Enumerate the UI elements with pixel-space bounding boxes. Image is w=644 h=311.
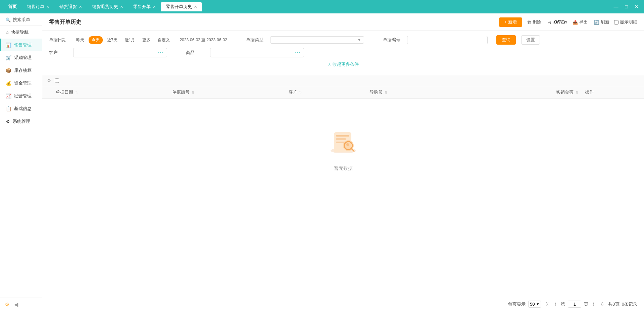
window-controls: — □ ✕ xyxy=(612,3,641,10)
page-number-input[interactable] xyxy=(568,301,581,308)
date-btn-more[interactable]: 更多 xyxy=(139,36,153,44)
filter-row-1: 单据日期 昨天 今天 近7天 近1月 更多 自定义 2023-06-02 至 2… xyxy=(49,35,637,45)
th-action: 操作 xyxy=(582,86,644,99)
pagination: 每页显示 50 ▼ ⟨⟨ ⟨ 第 页 ⟩ ⟩⟩ 共0页, 0条记录 xyxy=(42,297,644,311)
th-amount[interactable]: 实销金额 ⇅ xyxy=(465,86,582,99)
th-action-label: 操作 xyxy=(585,90,594,95)
settings-bottom-icon[interactable]: ⚙ xyxy=(5,301,9,308)
date-range-display: 2023-06-02 至 2023-06-02 xyxy=(180,37,227,43)
search-icon: 🔍 xyxy=(5,17,11,22)
svg-rect-3 xyxy=(336,138,346,140)
last-page-btn[interactable]: ⟩⟩ xyxy=(599,301,605,307)
tab-sales-order[interactable]: 销售订单 ✕ xyxy=(22,2,54,11)
refresh-button[interactable]: 🔄 刷新 xyxy=(593,18,611,26)
th-amount-sort-icon: ⇅ xyxy=(576,91,578,94)
sys-mgmt-icon: ⚙ xyxy=(6,119,10,124)
select-all-checkbox[interactable] xyxy=(55,79,59,83)
collapse-label: 收起更多条件 xyxy=(333,61,359,67)
page-title: 零售开单历史 xyxy=(49,19,81,26)
settings-button[interactable]: 设置 xyxy=(521,35,540,45)
delete-button[interactable]: 🗑 删除 xyxy=(526,18,543,26)
th-no[interactable]: 单据编号 ⇅ xyxy=(169,86,285,99)
sidebar-item-sys-mgmt[interactable]: ⚙ 系统管理 xyxy=(0,115,42,128)
sidebar-item-inventory[interactable]: 📦 库存核算 xyxy=(0,64,42,77)
customer-field[interactable] xyxy=(76,50,156,55)
date-btn-yesterday[interactable]: 昨天 xyxy=(73,36,87,44)
date-btn-1month[interactable]: 近1月 xyxy=(122,36,138,44)
page-label: 第 xyxy=(561,301,565,307)
sidebar-bottom: ⚙ ◀ xyxy=(0,298,42,311)
th-checkbox xyxy=(42,86,52,99)
table-toolbar: ⚙ xyxy=(42,75,644,86)
next-page-btn[interactable]: ⟩ xyxy=(591,301,596,307)
sidebar-item-base-info-label: 基础信息 xyxy=(14,106,32,112)
collapse-sidebar-icon[interactable]: ◀ xyxy=(14,301,18,308)
tab-sales-return-close[interactable]: ✕ xyxy=(79,5,82,9)
tab-retail-open-close[interactable]: ✕ xyxy=(153,5,156,9)
doc-no-field[interactable] xyxy=(410,38,485,43)
table-settings-icon[interactable]: ⚙ xyxy=(47,78,51,83)
sidebar-search[interactable]: 🔍 搜索采单 xyxy=(0,13,42,26)
tab-sales-order-close[interactable]: ✕ xyxy=(46,5,49,9)
date-btn-7days[interactable]: 近7天 xyxy=(104,36,120,44)
goods-input[interactable]: ··· xyxy=(210,48,304,57)
tab-sales-return-history-close[interactable]: ✕ xyxy=(120,5,123,9)
th-customer[interactable]: 客户 ⇅ xyxy=(285,86,366,99)
tab-sales-order-label: 销售订单 xyxy=(27,4,44,10)
finance-icon: 💰 xyxy=(6,81,11,86)
goods-lookup-icon[interactable]: ··· xyxy=(295,50,301,56)
tab-retail-open-history-close[interactable]: ✕ xyxy=(194,5,197,9)
add-button[interactable]: + 新增 xyxy=(499,17,522,27)
query-button[interactable]: 查询 xyxy=(496,35,516,45)
doc-type-dropdown-icon: ▼ xyxy=(357,38,361,42)
sidebar-item-quick-nav-label: 快捷导航 xyxy=(11,29,29,35)
tab-sales-return-history[interactable]: 销货退货历史 ✕ xyxy=(87,2,128,11)
first-page-btn[interactable]: ⟨⟨ xyxy=(544,301,550,307)
win-maximize[interactable]: □ xyxy=(623,3,630,10)
doc-no-input[interactable] xyxy=(407,36,488,44)
customer-label: 客户 xyxy=(49,50,68,56)
win-close[interactable]: ✕ xyxy=(633,3,641,10)
operations-icon: 📈 xyxy=(6,93,11,99)
print-icon: 🖨 xyxy=(547,20,552,25)
display-detail-checkbox[interactable] xyxy=(614,20,618,24)
sidebar-item-sales-mgmt[interactable]: 📊 销售管理 xyxy=(0,39,42,51)
collapse-button[interactable]: ∧ 收起更多条件 xyxy=(325,61,361,68)
win-minimize[interactable]: — xyxy=(612,3,621,10)
table-header: 单据日期 ⇅ 单据编号 ⇅ 客户 ⇅ 导购员 ⇅ xyxy=(42,86,644,99)
date-btn-today[interactable]: 今天 xyxy=(89,36,103,44)
tab-sales-return-label: 销货退货 xyxy=(59,4,77,10)
prev-page-btn[interactable]: ⟨ xyxy=(553,301,558,307)
sidebar-item-purchase-mgmt[interactable]: 🛒 采购管理 xyxy=(0,51,42,64)
th-date[interactable]: 单据日期 ⇅ xyxy=(52,86,169,99)
th-guide-sort-icon: ⇅ xyxy=(385,91,387,94)
customer-input[interactable]: ··· xyxy=(73,48,167,57)
display-detail-label: 显示明细 xyxy=(620,19,637,25)
doc-no-label: 单据编号 xyxy=(383,37,402,43)
date-filter-label: 单据日期 xyxy=(49,37,68,43)
print-button[interactable]: 🖨 打印 ▼ xyxy=(546,18,568,26)
export-button[interactable]: 📤 导出 xyxy=(571,18,589,26)
per-page-select[interactable]: 50 ▼ xyxy=(528,301,541,308)
tab-retail-open-history[interactable]: 零售开单历史 ✕ xyxy=(161,2,202,11)
header-actions: + 新增 🗑 删除 🖨 打印 ▼ 📤 导出 🔄 刷新 xyxy=(499,17,637,27)
sidebar-item-base-info[interactable]: 📋 基础信息 xyxy=(0,102,42,115)
display-detail-checkbox-container[interactable]: 显示明细 xyxy=(614,19,637,25)
sidebar-item-operations[interactable]: 📈 经营管理 xyxy=(0,90,42,102)
th-date-sort-icon: ⇅ xyxy=(75,91,78,94)
filter-row-2: 客户 ··· 商品 ··· xyxy=(49,48,637,57)
tab-home[interactable]: 首页 xyxy=(3,2,21,11)
no-data-illustration xyxy=(327,125,360,160)
sidebar-item-quick-nav[interactable]: ⌂ 快捷导航 xyxy=(0,26,42,39)
doc-type-select[interactable]: ▼ xyxy=(270,36,364,44)
tab-home-label: 首页 xyxy=(8,4,17,10)
per-page-value: 50 xyxy=(530,302,535,307)
sidebar-item-finance[interactable]: 💰 资金管理 xyxy=(0,77,42,90)
tab-sales-return[interactable]: 销货退货 ✕ xyxy=(55,2,87,11)
tab-retail-open[interactable]: 零售开单 ✕ xyxy=(129,2,160,11)
goods-field[interactable] xyxy=(213,50,293,55)
date-btn-custom[interactable]: 自定义 xyxy=(155,36,173,44)
th-customer-sort-icon: ⇅ xyxy=(299,91,302,94)
customer-lookup-icon[interactable]: ··· xyxy=(158,50,164,56)
th-guide[interactable]: 导购员 ⇅ xyxy=(366,86,465,99)
